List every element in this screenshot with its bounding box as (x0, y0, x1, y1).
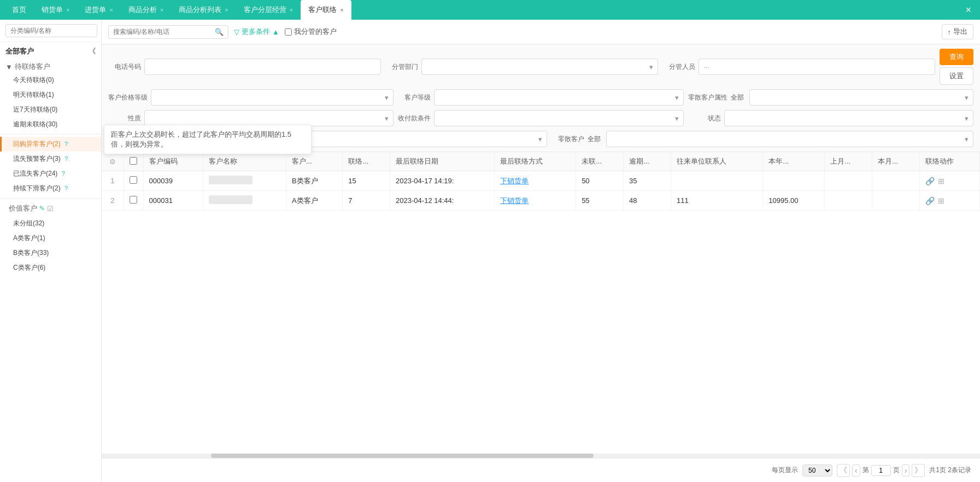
customer-name-blurred (209, 176, 253, 184)
table-body: 1 000039 B类客户 15 2023-04-17 14:19: 下销货单 … (102, 171, 980, 211)
page-size-select[interactable]: 50 20 100 (802, 464, 832, 477)
filter-search-box: 🔍 (108, 25, 228, 39)
sidebar-search-input[interactable] (5, 24, 97, 37)
row-num: 1 (102, 171, 124, 191)
sidebar-item-today-pending[interactable]: 今天待联络(0) (0, 73, 101, 88)
col-header-gear[interactable]: ⚙ (102, 152, 124, 171)
churned-info-icon[interactable]: ? (62, 170, 65, 177)
next-page-button[interactable]: › (902, 464, 910, 477)
query-button[interactable]: 查询 (940, 49, 973, 65)
sidebar-item-tomorrow-pending[interactable]: 明天待联络(1) (0, 88, 101, 102)
row-check[interactable] (124, 171, 143, 191)
filter-search-input[interactable] (113, 28, 215, 36)
close-product-analysis-list-icon[interactable]: × (225, 7, 228, 13)
first-page-button[interactable]: 《 (837, 464, 850, 477)
row-actions: 🔗 ⊞ (920, 191, 980, 211)
row-contact-person (671, 171, 762, 191)
payment-select[interactable]: ▾ (434, 110, 683, 126)
row-checkbox[interactable] (130, 176, 137, 184)
row-action-link-icon[interactable]: 🔗 (925, 196, 935, 205)
sidebar-item-declining[interactable]: 持续下滑客户(2) ? (0, 181, 101, 196)
sidebar-item-repurchase-anomaly[interactable]: 回购异常客户(2) ? (0, 137, 101, 152)
customer-level-label: 客户等级 (398, 93, 431, 102)
filter-search-icon[interactable]: 🔍 (215, 28, 224, 36)
close-customer-tiering-icon[interactable]: × (290, 7, 293, 13)
scatter-customer-caret-icon: ▾ (965, 135, 969, 143)
more-conditions-button[interactable]: ▽ 更多条件 ▲ (234, 27, 279, 37)
manager-ellipsis[interactable]: ··· (699, 59, 935, 75)
contact-method-link[interactable]: 下销货单 (500, 196, 529, 205)
filter-field-dept: 分管部门 ▾ (385, 59, 658, 75)
close-all-button[interactable]: × (961, 4, 976, 16)
table-gear-icon[interactable]: ⚙ (109, 158, 116, 166)
my-customers-check-input[interactable] (285, 28, 292, 36)
sidebar-group-pending[interactable]: ▼ 待联络客户 (0, 59, 101, 73)
row-last-contact-method[interactable]: 下销货单 (495, 191, 576, 211)
nav-home[interactable]: 首页 (4, 0, 34, 20)
payment-label: 收付款条件 (398, 114, 431, 123)
row-checkbox[interactable] (130, 196, 137, 204)
scatter-attr-select[interactable]: ▾ (749, 89, 973, 106)
row-check[interactable] (124, 191, 143, 211)
sidebar-item-overdue-contact[interactable]: 逾期未联络(30) (0, 117, 101, 132)
sidebar-item-churned[interactable]: 已流失客户(24) ? (0, 166, 101, 181)
row-action-grid-icon[interactable]: ⊞ (938, 177, 944, 185)
sidebar-divider-1 (0, 134, 101, 135)
dept-select[interactable]: ▾ (421, 59, 658, 75)
row-last-contact-method[interactable]: 下销货单 (495, 171, 576, 191)
scroll-thumb[interactable] (211, 454, 594, 458)
my-customers-checkbox[interactable]: 我分管的客户 (285, 27, 337, 37)
nav-product-analysis[interactable]: 商品分析 × (121, 0, 171, 20)
sidebar-item-class-c[interactable]: C类客户(6) (0, 260, 101, 275)
close-customer-contact-icon[interactable]: × (340, 7, 343, 13)
row-this-month (872, 171, 920, 191)
row-customer-type: B类客户 (286, 171, 342, 191)
churn-warning-info-icon[interactable]: ? (64, 155, 68, 162)
current-page-input[interactable] (871, 465, 891, 476)
sidebar-item-churn-warning[interactable]: 流失预警客户(3) ? (0, 152, 101, 166)
row-not-contacted: 50 (576, 171, 624, 191)
export-button[interactable]: ↑ 导出 (942, 24, 974, 39)
nav-customer-contact[interactable]: 客户联络 × (301, 0, 351, 20)
value-group-edit-icon[interactable]: ✎ (39, 205, 45, 212)
nav-purchase-order[interactable]: 进货单 × (77, 0, 120, 20)
price-level-select[interactable]: ▾ (151, 89, 394, 106)
select-all-checkbox[interactable] (130, 157, 137, 165)
sidebar-item-unclassified[interactable]: 未分组(32) (0, 216, 101, 231)
col-header-contact-person: 往来单位联系人 (671, 152, 762, 171)
sidebar-item-7days-pending[interactable]: 近7天待联络(0) (0, 102, 101, 117)
nav-sales-order[interactable]: 销货单 × (34, 0, 77, 20)
value-group-check-icon[interactable]: ☑ (47, 205, 54, 213)
sidebar-collapse-icon[interactable]: 《 (89, 47, 96, 56)
nav-customer-tiering[interactable]: 客户分层经营 × (236, 0, 301, 20)
phone-input[interactable] (144, 59, 381, 75)
per-page-label: 每页显示 (772, 466, 798, 475)
row-action-link-icon[interactable]: 🔗 (925, 177, 935, 185)
repurchase-info-icon[interactable]: ? (64, 141, 68, 147)
filter-field-phone: 电话号码 (108, 59, 381, 75)
scatter-customer-select[interactable]: ▾ (606, 131, 973, 147)
sidebar-item-class-b[interactable]: B类客户(33) (0, 246, 101, 260)
sidebar-item-class-a[interactable]: A类客户(1) (0, 231, 101, 246)
declining-info-icon[interactable]: ? (64, 185, 68, 191)
filter-field-customer-level: 客户等级 ▾ (398, 89, 683, 106)
close-purchase-order-icon[interactable]: × (109, 7, 113, 13)
row-code: 000031 (143, 191, 203, 211)
close-product-analysis-icon[interactable]: × (160, 7, 163, 13)
customer-level-select[interactable]: ▾ (434, 89, 683, 106)
filter-bar: 🔍 ▽ 更多条件 ▲ 我分管的客户 ↑ 导出 (102, 20, 980, 44)
nav-product-analysis-list[interactable]: 商品分析列表 × (171, 0, 236, 20)
row-code: 000039 (143, 171, 203, 191)
status-select[interactable]: ▾ (724, 110, 973, 126)
nature-select[interactable]: ▾ (144, 110, 394, 126)
horizontal-scrollbar[interactable] (102, 454, 980, 458)
last-page-button[interactable]: 》 (912, 464, 925, 477)
settings-button[interactable]: 设置 (940, 67, 973, 85)
close-sales-order-icon[interactable]: × (66, 7, 69, 13)
row-action-grid-icon[interactable]: ⊞ (938, 196, 944, 205)
col-header-code: 客户编码 (143, 152, 203, 171)
contact-method-link[interactable]: 下销货单 (500, 177, 529, 185)
col-header-check[interactable] (124, 152, 143, 171)
row-last-contact-date: 2023-04-12 14:44: (390, 191, 495, 211)
prev-page-button[interactable]: ‹ (852, 464, 860, 477)
